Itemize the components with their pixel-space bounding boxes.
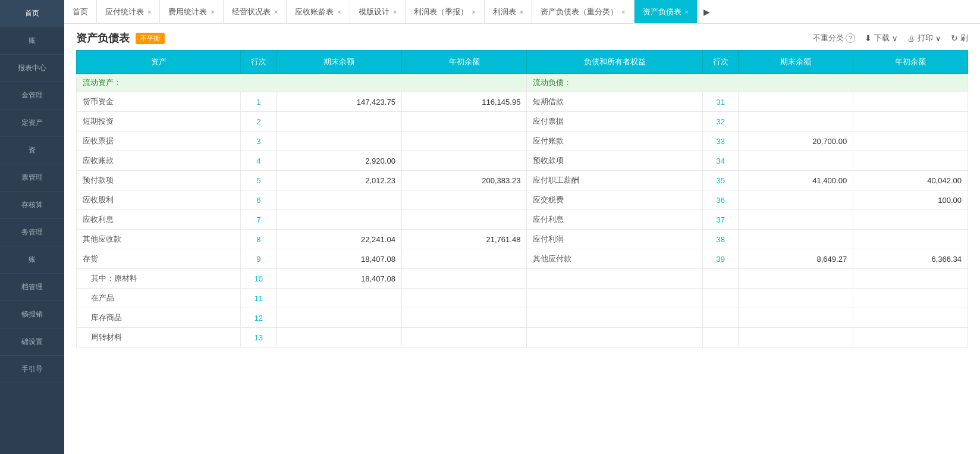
liability-label: 应付利润 <box>527 230 703 249</box>
tab-close-expense-stats[interactable]: × <box>211 8 214 15</box>
begin-balance <box>401 151 527 171</box>
sidebar-item-settings[interactable]: 础设置 <box>0 328 64 356</box>
page-header: 资产负债表 不平衡 不重分类 ? ⬇ 下载 ∨ 🖨 打印 ∨ <box>64 24 980 50</box>
tab-receivables-aging[interactable]: 应收账龄表 × <box>287 0 350 24</box>
sidebar-item-inventory[interactable]: 存核算 <box>0 192 64 219</box>
table-row[interactable]: 其中：原材料 10 18,407.08 <box>77 269 968 289</box>
tab-operations-status[interactable]: 经营状况表 × <box>224 0 287 24</box>
header-liability-equity: 负债和所有者权益 <box>527 51 703 74</box>
begin-balance <box>401 190 527 210</box>
sidebar-item-tax-mgmt[interactable]: 务管理 <box>0 219 64 246</box>
asset-label: 短期投资 <box>77 112 241 131</box>
sidebar-item-report-center[interactable]: 报表中心 <box>0 55 64 82</box>
sidebar-item-guide[interactable]: 手引导 <box>0 356 64 383</box>
header-line: 行次 <box>241 51 277 74</box>
begin-balance <box>401 308 527 328</box>
end-balance2: 20,700.00 <box>739 131 853 151</box>
end-balance2 <box>739 210 853 230</box>
begin-balance2 <box>853 328 968 347</box>
table-row[interactable]: 应收股利 6 应交税费 36 100.00 <box>77 190 968 210</box>
tab-home[interactable]: 首页 <box>64 0 97 24</box>
sidebar-item-bills[interactable]: 票管理 <box>0 164 64 192</box>
line-number: 10 <box>241 269 277 289</box>
tab-close-receivables-aging[interactable]: × <box>337 8 341 15</box>
begin-balance: 116,145.95 <box>401 92 527 112</box>
end-balance: 2,012.23 <box>277 171 402 190</box>
tab-scroll-arrow[interactable]: ▶ <box>698 0 716 24</box>
download-button[interactable]: ⬇ 下载 ∨ <box>865 33 898 43</box>
line-number2 <box>703 289 739 308</box>
begin-balance2 <box>853 210 968 230</box>
end-balance2 <box>739 151 853 171</box>
tab-bar: 首页 应付统计表 × 费用统计表 × 经营状况表 × 应收账龄表 × 模版设计 … <box>64 0 980 24</box>
header-end-balance2: 期末余额 <box>739 51 853 74</box>
table-row[interactable]: 库存商品 12 <box>77 308 968 328</box>
begin-balance <box>401 112 527 131</box>
table-row[interactable]: 在产品 11 <box>77 289 968 308</box>
begin-balance <box>401 269 527 289</box>
tab-close-accounts-payable-stats[interactable]: × <box>147 8 151 15</box>
end-balance2 <box>739 190 853 210</box>
begin-balance: 200,383.23 <box>401 171 527 190</box>
tab-close-profit[interactable]: × <box>520 8 523 15</box>
sidebar-item-home[interactable]: 首页 <box>0 0 64 27</box>
end-balance <box>277 190 402 210</box>
end-balance2: 8,649.27 <box>739 249 853 269</box>
refresh-icon: ↻ <box>951 33 958 43</box>
sidebar-item-ledger[interactable]: 账 <box>0 246 64 274</box>
table-row[interactable]: 短期投资 2 应付票据 32 <box>77 112 968 131</box>
asset-label: 存货 <box>77 249 241 269</box>
table-row[interactable]: 周转材料 13 <box>77 328 968 347</box>
end-balance2: 41,400.00 <box>739 171 853 190</box>
tab-balance-reclassified[interactable]: 资产负债表（重分类） × <box>532 0 634 24</box>
end-balance: 22,241.04 <box>277 230 402 249</box>
line-number2: 38 <box>703 230 739 249</box>
sidebar-item-fixed-assets[interactable]: 定资产 <box>0 109 64 137</box>
end-balance2 <box>739 308 853 328</box>
tab-template-design[interactable]: 模版设计 × <box>350 0 406 24</box>
tab-profit-quarterly[interactable]: 利润表（季报） × <box>406 0 484 24</box>
begin-balance <box>401 210 527 230</box>
liability-label <box>527 328 703 347</box>
tab-accounts-payable-stats[interactable]: 应付统计表 × <box>97 0 160 24</box>
tab-close-template-design[interactable]: × <box>393 8 397 15</box>
tab-close-profit-quarterly[interactable]: × <box>472 8 475 15</box>
liability-label <box>527 289 703 308</box>
liability-label: 应付票据 <box>527 112 703 131</box>
no-reclassify-link[interactable]: 不重分类 ? <box>813 33 855 43</box>
begin-balance2: 6,366.34 <box>853 249 968 269</box>
tab-close-balance-reclassified[interactable]: × <box>621 8 625 15</box>
line-number: 11 <box>241 289 277 308</box>
sidebar-item-fund-mgmt[interactable]: 金管理 <box>0 82 64 109</box>
table-row[interactable]: 应收票据 3 应付账款 33 20,700.00 <box>77 131 968 151</box>
table-row[interactable]: 货币资金 1 147,423.75 116,145.95 短期借款 31 <box>77 92 968 112</box>
table-row[interactable]: 预付款项 5 2,012.23 200,383.23 应付职工薪酬 35 41,… <box>77 171 968 190</box>
tab-close-operations-status[interactable]: × <box>274 8 278 15</box>
table-row[interactable]: 应收账款 4 2,920.00 预收款项 34 <box>77 151 968 171</box>
end-balance: 18,407.08 <box>277 249 402 269</box>
table-container: 资产 行次 期末余额 年初余额 负债和所有者权益 行次 期末余额 年初余额 流动… <box>64 50 980 359</box>
sidebar-item-account[interactable]: 账 <box>0 27 64 55</box>
table-row[interactable]: 应收利息 7 应付利息 37 <box>77 210 968 230</box>
begin-balance2 <box>853 230 968 249</box>
table-row[interactable]: 其他应收款 8 22,241.04 21,761.48 应付利润 38 <box>77 230 968 249</box>
tab-close-balance-sheet[interactable]: × <box>685 8 689 15</box>
sidebar-item-archive[interactable]: 档管理 <box>0 274 64 301</box>
print-button[interactable]: 🖨 打印 ∨ <box>907 33 941 43</box>
liability-label: 应付账款 <box>527 131 703 151</box>
tab-profit[interactable]: 利润表 × <box>485 0 532 24</box>
help-icon[interactable]: ? <box>846 33 855 43</box>
begin-balance2 <box>853 151 968 171</box>
begin-balance2 <box>853 308 968 328</box>
tab-expense-stats[interactable]: 费用统计表 × <box>160 0 223 24</box>
asset-label: 其他应收款 <box>77 230 241 249</box>
table-row[interactable]: 存货 9 18,407.08 其他应付款 39 8,649.27 6,366.3… <box>77 249 968 269</box>
sidebar-item-expense[interactable]: 畅报销 <box>0 301 64 328</box>
download-chevron-icon: ∨ <box>892 34 898 43</box>
tab-balance-sheet[interactable]: 资产负债表 × <box>635 0 698 24</box>
liability-label <box>527 308 703 328</box>
refresh-button[interactable]: ↻ 刷 <box>951 33 968 43</box>
asset-label: 应收利息 <box>77 210 241 230</box>
sidebar-item-investment[interactable]: 资 <box>0 137 64 164</box>
begin-balance <box>401 131 527 151</box>
